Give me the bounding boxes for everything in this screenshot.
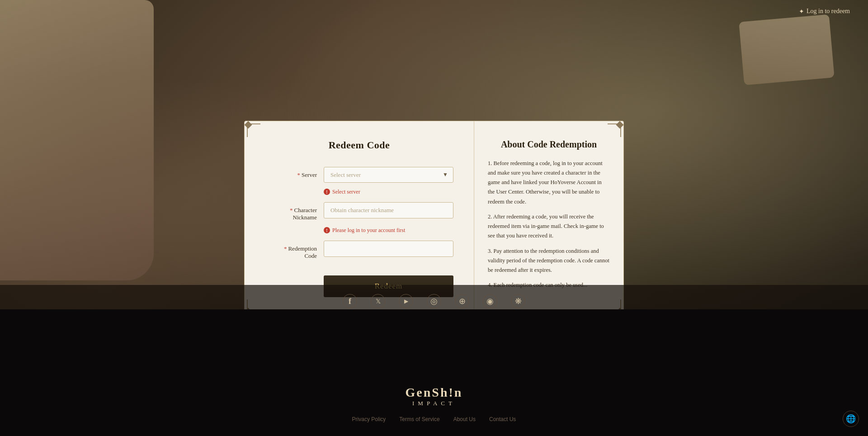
server-required-star: * bbox=[297, 171, 301, 178]
server-label: *Server bbox=[265, 167, 324, 179]
redeem-code-title: Redeem Code bbox=[265, 139, 453, 151]
server-row: *Server Select server America Europe Asi… bbox=[265, 167, 453, 183]
about-point-2: 2. After redeeming a code, you will rece… bbox=[488, 212, 610, 241]
character-nickname-input[interactable] bbox=[324, 202, 453, 218]
character-row: *CharacterNickname bbox=[265, 202, 453, 221]
server-error-wrap: ! Select server bbox=[324, 186, 453, 195]
youtube-icon[interactable] bbox=[399, 294, 413, 308]
genshin-logo: GenSh!n IMPACT bbox=[406, 385, 463, 407]
server-error-icon: ! bbox=[324, 189, 330, 195]
redemption-required-star: * bbox=[284, 245, 287, 252]
character-error-icon: ! bbox=[324, 227, 330, 233]
redemption-code-input[interactable]: EA8RWDMBVRTR bbox=[324, 241, 453, 257]
server-error-row: ! Select server bbox=[265, 186, 453, 195]
redemption-field-group: *RedemptionCode EA8RWDMBVRTR bbox=[265, 241, 453, 260]
reddit-icon[interactable] bbox=[483, 294, 497, 308]
server-select[interactable]: Select server America Europe Asia TW/HK/… bbox=[324, 167, 453, 183]
privacy-policy-link[interactable]: Privacy Policy bbox=[352, 416, 386, 422]
login-to-redeem-button[interactable]: Log in to redeem bbox=[799, 8, 850, 15]
character-error-text: Please log in to your account first bbox=[332, 227, 405, 234]
character-field-group: *CharacterNickname ! Please log in to yo… bbox=[265, 202, 453, 234]
about-point-1: 1. Before redeeming a code, log in to yo… bbox=[488, 159, 610, 207]
twitter-icon[interactable] bbox=[371, 294, 385, 308]
character-label: *CharacterNickname bbox=[265, 202, 324, 221]
server-field-group: *Server Select server America Europe Asi… bbox=[265, 167, 453, 195]
discord-icon[interactable] bbox=[455, 294, 469, 308]
server-field-wrap: Select server America Europe Asia TW/HK/… bbox=[324, 167, 453, 183]
redemption-field-wrap: EA8RWDMBVRTR bbox=[324, 241, 453, 257]
character-field-wrap bbox=[324, 202, 453, 218]
footer-links: Privacy Policy Terms of Service About Us… bbox=[352, 416, 516, 422]
header: Log in to redeem bbox=[0, 0, 868, 23]
redemption-row: *RedemptionCode EA8RWDMBVRTR bbox=[265, 241, 453, 260]
server-select-wrap: Select server America Europe Asia TW/HK/… bbox=[324, 167, 453, 183]
redemption-label: *RedemptionCode bbox=[265, 241, 324, 260]
contact-us-link[interactable]: Contact Us bbox=[489, 416, 516, 422]
character-error-row: ! Please log in to your account first bbox=[265, 225, 453, 234]
instagram-icon[interactable] bbox=[427, 294, 441, 308]
genshin-logo-subtitle: IMPACT bbox=[406, 400, 463, 407]
server-error-message: ! Select server bbox=[324, 189, 453, 195]
about-point-3: 3. Pay attention to the redemption condi… bbox=[488, 246, 610, 275]
about-title: About Code Redemption bbox=[488, 139, 610, 150]
character-error-wrap: ! Please log in to your account first bbox=[324, 225, 453, 234]
hoyolab-icon[interactable] bbox=[511, 294, 525, 308]
about-text-content: 1. Before redeeming a code, log in to yo… bbox=[488, 159, 610, 290]
character-error-message: ! Please log in to your account first bbox=[324, 227, 453, 234]
facebook-icon[interactable] bbox=[343, 294, 357, 308]
language-globe-icon[interactable]: 🌐 bbox=[843, 411, 859, 427]
footer-bottom: GenSh!n IMPACT Privacy Policy Terms of S… bbox=[0, 309, 868, 436]
terms-of-service-link[interactable]: Terms of Service bbox=[399, 416, 439, 422]
character-required-star: * bbox=[290, 207, 293, 213]
about-us-link[interactable]: About Us bbox=[453, 416, 476, 422]
server-error-text: Select server bbox=[332, 189, 360, 195]
